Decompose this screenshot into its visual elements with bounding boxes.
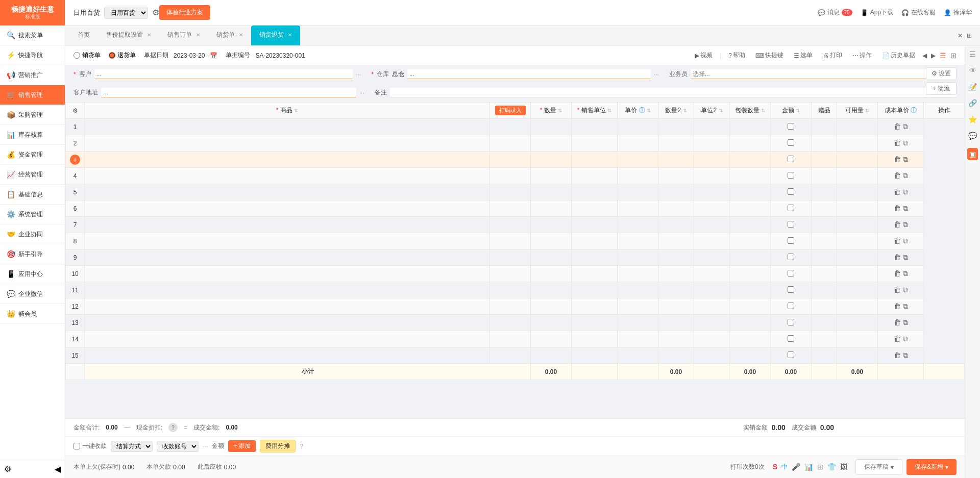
delete-row-icon-7[interactable]: 🗑 <box>894 220 901 229</box>
s-icon[interactable]: S <box>773 463 777 471</box>
maximize-icon[interactable]: ⊞ <box>967 32 972 39</box>
gift-checkbox-7[interactable] <box>788 221 794 228</box>
right-panel-icon-1[interactable]: ☰ <box>969 50 976 58</box>
tab-return-close-icon[interactable]: ✕ <box>288 32 292 38</box>
delete-row-icon-2[interactable]: 🗑 <box>894 139 901 147</box>
col-unit-price-sort-icon[interactable]: ⇅ <box>647 108 651 113</box>
copy-row-icon-5[interactable]: ⧉ <box>903 188 908 196</box>
tab-price-close-icon[interactable]: ✕ <box>147 32 151 38</box>
col-pack-qty-sort-icon[interactable]: ⇅ <box>761 108 765 113</box>
tab-sales-order[interactable]: 销售订单 ✕ <box>159 26 208 45</box>
draft-button[interactable]: 保存草稿 ▾ <box>855 459 902 475</box>
image-icon[interactable]: 🖼 <box>840 463 847 471</box>
col-unit-sort-icon[interactable]: ⇅ <box>607 108 611 113</box>
app-download-item[interactable]: 📱 App下载 <box>861 8 893 17</box>
sidebar-item-operations[interactable]: 📈 经营管理 <box>0 165 65 185</box>
radio-sales-input[interactable] <box>74 52 80 59</box>
sidebar-item-inventory[interactable]: 📊 库存核算 <box>0 125 65 145</box>
delete-row-icon-13[interactable]: 🗑 <box>894 318 901 327</box>
fee-split-button[interactable]: 费用分摊 <box>260 440 296 452</box>
user-item[interactable]: 👤 徐泽华 <box>944 8 972 17</box>
sidebar-item-shortcuts[interactable]: ⚡ 快捷导航 <box>0 45 65 65</box>
col-cost-price-info-icon[interactable]: ⓘ <box>911 107 917 114</box>
copy-row-icon-1[interactable]: ⧉ <box>903 122 908 131</box>
operations-btn[interactable]: ⋯ 操作 <box>849 50 875 61</box>
gift-checkbox-11[interactable] <box>788 286 794 293</box>
one-click-collect-checkbox[interactable]: 一键收款 <box>74 442 107 450</box>
save-new-button[interactable]: 保存&新增 ▾ <box>906 459 957 475</box>
gift-checkbox-12[interactable] <box>788 303 794 309</box>
copy-row-icon-15[interactable]: ⧉ <box>903 351 908 360</box>
add-row-button[interactable]: + <box>70 155 80 165</box>
account-select[interactable]: 收款账号 <box>157 441 199 452</box>
sidebar-item-sales[interactable]: 🛒 销售管理 <box>0 85 65 105</box>
delete-row-icon-4[interactable]: 🗑 <box>894 171 901 180</box>
gift-checkbox-13[interactable] <box>788 319 794 325</box>
tab-price-setting[interactable]: 售价提取设置 ✕ <box>98 26 159 45</box>
sidebar-item-search[interactable]: 🔍 搜索菜单 <box>0 26 65 45</box>
col-amount-sort-icon[interactable]: ⇅ <box>796 108 800 113</box>
copy-row-icon-3[interactable]: ⧉ <box>903 155 908 164</box>
settlement-select[interactable]: 结算方式 <box>111 441 153 452</box>
copy-row-icon-13[interactable]: ⧉ <box>903 318 908 327</box>
gift-checkbox-5[interactable] <box>788 188 794 195</box>
delete-row-icon-3[interactable]: 🗑 <box>894 155 901 164</box>
gift-checkbox-14[interactable] <box>788 335 794 342</box>
notification-item[interactable]: 💬 消息 70 <box>818 8 852 17</box>
account-more-icon[interactable]: ··· <box>203 443 208 450</box>
delete-row-icon-5[interactable]: 🗑 <box>894 188 901 196</box>
add-button[interactable]: + 添加 <box>228 440 256 452</box>
warehouse-input[interactable] <box>407 69 651 79</box>
topbar-gear-icon[interactable]: ⚙ <box>152 8 159 17</box>
copy-row-icon-4[interactable]: ⧉ <box>903 171 908 180</box>
delete-row-icon-1[interactable]: 🗑 <box>894 122 901 131</box>
gift-checkbox-6[interactable] <box>788 205 794 211</box>
customer-more-icon[interactable]: ··· <box>356 71 361 78</box>
settings-btn[interactable]: ⚙ 设置 <box>926 67 957 80</box>
salesperson-input[interactable] <box>691 69 948 79</box>
tab-sales-return[interactable]: 销货退货 ✕ <box>251 26 300 45</box>
right-panel-icon-4[interactable]: 🔗 <box>968 99 977 107</box>
right-panel-icon-6[interactable]: 💬 <box>968 132 977 140</box>
logistics-btn[interactable]: + 物流 <box>926 82 957 95</box>
grid-view-icon[interactable]: ⊞ <box>950 52 957 60</box>
col-product-sort-icon[interactable]: ⇅ <box>294 108 298 113</box>
sidebar-item-basic[interactable]: 📋 基础信息 <box>0 185 65 205</box>
gift-checkbox-9[interactable] <box>788 254 794 260</box>
tab-sales-delivery[interactable]: 销货单 ✕ <box>208 26 251 45</box>
sidebar-item-marketing[interactable]: 📢 营销推广 <box>0 65 65 85</box>
address-more-icon[interactable]: ··· <box>359 89 364 96</box>
gift-checkbox-4[interactable] <box>788 172 794 179</box>
copy-row-icon-2[interactable]: ⧉ <box>903 139 908 147</box>
sidebar-item-finance[interactable]: 💰 资金管理 <box>0 145 65 165</box>
close-all-icon[interactable]: ✕ <box>958 32 963 39</box>
copy-row-icon-10[interactable]: ⧉ <box>903 269 908 278</box>
sidebar-item-wechat[interactable]: 💬 企业微信 <box>0 284 65 304</box>
delete-row-icon-6[interactable]: 🗑 <box>894 204 901 213</box>
collapse-icon[interactable]: ◀ <box>55 464 61 474</box>
scan-button[interactable]: 扫码录入 <box>495 106 526 115</box>
sidebar-item-guide[interactable]: 🎯 新手引导 <box>0 244 65 264</box>
sidebar-item-enterprise[interactable]: 🤝 企业协同 <box>0 224 65 244</box>
radio-sales[interactable]: 销货单 <box>74 51 101 60</box>
delete-row-icon-14[interactable]: 🗑 <box>894 335 901 343</box>
right-panel-icon-5[interactable]: ⭐ <box>968 115 977 123</box>
help-btn[interactable]: ? 帮助 <box>725 50 748 61</box>
sidebar-item-system[interactable]: ⚙️ 系统管理 <box>0 205 65 224</box>
one-click-checkbox-input[interactable] <box>74 443 80 449</box>
remark-input[interactable] <box>390 88 957 97</box>
col-unit-price-info-icon[interactable]: ⓘ <box>639 107 645 114</box>
col-settings-icon[interactable]: ⚙ <box>72 107 78 114</box>
col-settings[interactable]: ⚙ <box>66 103 85 119</box>
prev-icon[interactable]: ◀ <box>922 52 927 59</box>
next-icon[interactable]: ▶ <box>931 52 936 59</box>
video-btn[interactable]: ▶ 视频 <box>692 50 716 61</box>
calendar-icon[interactable]: 📅 <box>210 52 217 59</box>
topbar-dropdown[interactable]: 日用百货 <box>104 7 148 19</box>
col-available-qty-sort-icon[interactable]: ⇅ <box>865 108 869 113</box>
right-panel-icon-2[interactable]: 👁 <box>969 66 976 74</box>
calc-help-icon[interactable]: ? <box>168 423 178 432</box>
copy-row-icon-6[interactable]: ⧉ <box>903 204 908 213</box>
delete-row-icon-15[interactable]: 🗑 <box>894 351 901 360</box>
delete-row-icon-10[interactable]: 🗑 <box>894 269 901 278</box>
